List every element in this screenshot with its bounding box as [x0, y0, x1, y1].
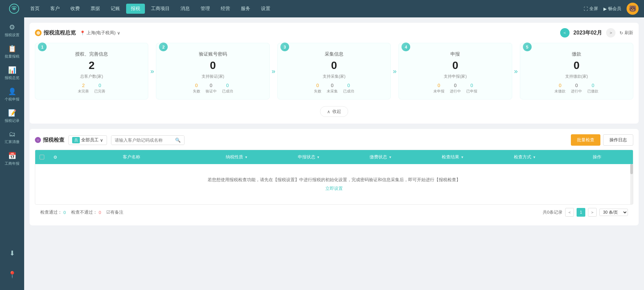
- th-pay-status[interactable]: 缴费状态 ▼: [345, 150, 417, 164]
- step-subtitle-1: 总客户数(家): [80, 74, 103, 79]
- nav-fee[interactable]: 收费: [66, 4, 85, 14]
- nav-business[interactable]: 工商项目: [146, 4, 174, 14]
- step-stat-3-1[interactable]: 0 未采集: [327, 83, 338, 94]
- operation-log-button[interactable]: 操作日志: [603, 134, 633, 146]
- next-month-button[interactable]: ＞: [606, 28, 615, 38]
- step-stat-5-0[interactable]: 0 未缴款: [554, 83, 566, 94]
- step-title-5: 缴款: [572, 51, 581, 57]
- location-pin-icon: 📍: [80, 30, 85, 35]
- step-stat-val-4-2: 0: [471, 83, 473, 88]
- step-stat-3-0[interactable]: 0 失败: [314, 83, 321, 94]
- step-stats-5: 0 未缴款 0 进行中 0 已缴款: [554, 83, 598, 94]
- next-page-button[interactable]: ＞: [588, 208, 597, 217]
- step-stat-label-5-2: 已缴款: [587, 89, 598, 94]
- nav-message[interactable]: 消息: [176, 4, 195, 14]
- batch-check-button[interactable]: 批量检查: [571, 134, 600, 146]
- filter-icon-pay: ▼: [388, 155, 392, 159]
- sidebar-item-personal-tax[interactable]: 👤 个税申报: [1, 84, 23, 104]
- location-selector[interactable]: 📍 上海(电子税局) ∨: [80, 30, 120, 36]
- fail-label: 检查不通过：: [71, 209, 97, 215]
- total-records: 共0条记录: [543, 209, 562, 215]
- sidebar-item-tax-settings[interactable]: ⚙ 报税设置: [1, 20, 23, 40]
- search-input[interactable]: [111, 136, 172, 145]
- step-stat-label-3-1: 未采集: [327, 89, 338, 94]
- sidebar-item-tax-record[interactable]: 📝 报税记录: [1, 106, 23, 126]
- nav-operation[interactable]: 经营: [216, 4, 235, 14]
- collapse-bar: ∧ 收起: [35, 105, 633, 118]
- annual-settlement-icon: 🗂: [9, 130, 15, 138]
- filter-icon-declare: ▼: [317, 155, 320, 159]
- employee-selector[interactable]: 员 全部员工 ∨: [68, 135, 107, 145]
- flow-arrow-1: »: [148, 43, 156, 99]
- sidebar-item-batch-tax[interactable]: 📋 批量报税: [1, 42, 23, 62]
- th-tax-type[interactable]: 纳税性质 ▼: [201, 150, 273, 164]
- th-check-method[interactable]: 检查方式 ▼: [489, 150, 561, 164]
- pass-value[interactable]: 0: [63, 210, 66, 215]
- nav-management[interactable]: 管理: [196, 4, 215, 14]
- step-stat-3-2[interactable]: 0 已成功: [343, 83, 354, 94]
- step-number-4: 4: [401, 43, 410, 51]
- nav-home[interactable]: 首页: [25, 4, 44, 14]
- sidebar-item-annual-settlement[interactable]: 🗂 汇算清缴: [1, 127, 23, 147]
- select-all-checkbox[interactable]: [40, 155, 44, 159]
- step-stat-1-1[interactable]: 0 已完善: [94, 83, 105, 94]
- employee-label: 全部员工: [81, 137, 99, 143]
- step-stat-val-1-1: 0: [99, 83, 101, 88]
- step-stat-5-1[interactable]: 0 进行中: [571, 83, 582, 94]
- nav-settings[interactable]: 设置: [256, 4, 275, 14]
- collapse-button[interactable]: ∧ 收起: [320, 106, 348, 117]
- refresh-icon: ↻: [620, 30, 623, 35]
- step-number-5: 5: [523, 43, 532, 51]
- step-stat-5-2[interactable]: 0 已缴款: [587, 83, 598, 94]
- page-size-select[interactable]: 30 条/页 50 条/页 100 条/页: [599, 209, 628, 216]
- go-setting-link[interactable]: 立即设置: [325, 184, 343, 193]
- fail-value[interactable]: 0: [99, 210, 101, 215]
- step-stat-2-0[interactable]: 0 失败: [193, 83, 200, 94]
- nav-client[interactable]: 客户: [46, 4, 64, 14]
- th-declare-status[interactable]: 申报状态 ▼: [273, 150, 345, 164]
- prev-month-button[interactable]: ＜: [560, 28, 570, 38]
- step-stat-val-2-1: 0: [210, 83, 212, 88]
- app-logo: [5, 3, 23, 14]
- th-check-result[interactable]: 检查结果 ▼: [417, 150, 489, 164]
- step-stat-label-5-0: 未缴款: [554, 89, 566, 94]
- th-settings[interactable]: ⚙: [49, 151, 62, 164]
- step-stat-1-0[interactable]: 2 未完善: [78, 83, 89, 94]
- sidebar-item-annual-report[interactable]: 📅 工商年报: [1, 149, 23, 169]
- nav-service[interactable]: 服务: [236, 4, 255, 14]
- nav-right-area: ⛶ 全屏 ▶ 畅会员 🐻: [584, 3, 639, 15]
- step-subtitle-4: 支持申报(家): [444, 74, 467, 79]
- sidebar-item-location[interactable]: 📍: [1, 265, 23, 285]
- tax-overview-icon: 📊: [8, 66, 16, 74]
- nav-invoice[interactable]: 票据: [86, 4, 105, 14]
- sidebar-item-tax-overview[interactable]: 📊 报税总览: [1, 63, 23, 83]
- step-title-1: 授权、完善信息: [75, 51, 108, 57]
- step-stat-2-2[interactable]: 0 已成功: [222, 83, 233, 94]
- sidebar-item-download[interactable]: ⬇: [1, 243, 23, 263]
- nav-accounting[interactable]: 记账: [106, 4, 125, 14]
- prev-page-button[interactable]: ＜: [565, 208, 574, 217]
- th-declare-status-label: 申报状态: [298, 154, 315, 160]
- refresh-button[interactable]: ↻ 刷新: [620, 30, 633, 36]
- th-check-method-label: 检查方式: [514, 154, 531, 160]
- step-stat-label-4-2: 已申报: [466, 89, 477, 94]
- step-number-3: 3: [280, 43, 289, 51]
- step-stat-4-0[interactable]: 0 未申报: [433, 83, 444, 94]
- search-button[interactable]: 🔍: [172, 136, 184, 145]
- step-stat-2-1[interactable]: 0 验证中: [206, 83, 217, 94]
- step-stat-4-1[interactable]: 0 进行中: [450, 83, 461, 94]
- th-checkbox[interactable]: [35, 151, 49, 163]
- step-stat-label-4-1: 进行中: [450, 89, 461, 94]
- tax-settings-icon: ⚙: [9, 23, 15, 31]
- th-tax-type-label: 纳税性质: [226, 154, 243, 160]
- fullscreen-button[interactable]: ⛶ 全屏: [584, 6, 598, 12]
- flow-step-3: 3 采集信息 0 支持采集(家) 0 失败 0 未采集: [277, 43, 391, 99]
- month-navigation: ＜ 2023年02月 ＞: [560, 28, 615, 38]
- avatar[interactable]: 🐻: [627, 3, 639, 15]
- nav-tax[interactable]: 报税: [126, 4, 145, 14]
- step-stat-4-2[interactable]: 0 已申报: [466, 83, 477, 94]
- sidebar-label-tax-settings: 报税设置: [5, 32, 19, 38]
- table-body: 若您想使用报税检查功能，请先在【报税设置】中进行报税的初始化设置，完成密码验证和…: [35, 164, 633, 204]
- table-scrollbar[interactable]: [630, 164, 633, 204]
- vip-button[interactable]: ▶ 畅会员: [603, 6, 621, 12]
